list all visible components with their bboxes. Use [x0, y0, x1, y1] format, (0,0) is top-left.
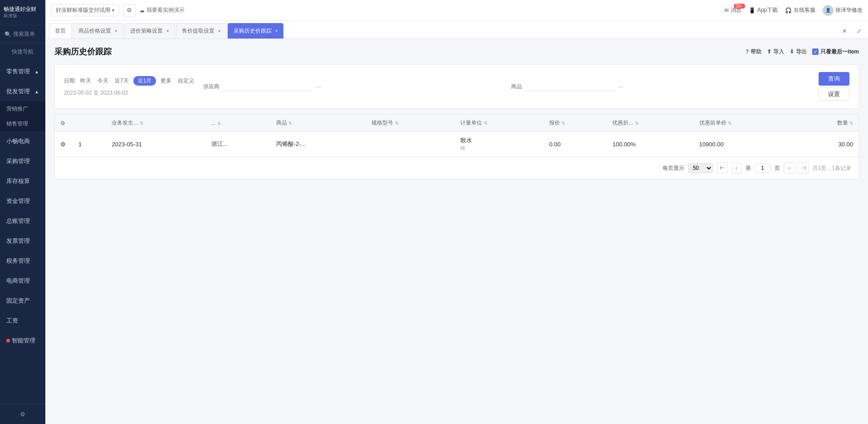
- tab-price-extract-close[interactable]: ×: [218, 29, 221, 34]
- row-gear[interactable]: ⚙: [55, 132, 73, 157]
- sidebar-item-smart[interactable]: 智能管理: [0, 331, 45, 351]
- topbar-left: 好业财标准版交付试用 ▾ ⚙ ☁ 我要看实例演示: [51, 4, 720, 17]
- topbar: 好业财标准版交付试用 ▾ ⚙ ☁ 我要看实例演示 ✉ 消息 99+ 📱 App下…: [45, 0, 868, 21]
- help-icon: ?: [746, 48, 749, 55]
- app-download-btn[interactable]: 📱 App下载: [749, 6, 778, 14]
- sidebar-item-sales[interactable]: 销售管理: [0, 116, 45, 131]
- help-btn[interactable]: ? 帮助: [746, 48, 761, 56]
- sidebar-item-finance[interactable]: 资金管理: [0, 191, 45, 211]
- sidebar-item-purchase[interactable]: 采购管理: [0, 151, 45, 171]
- pagination: 每页显示 10 20 50 100 ⊢ ‹ 第 页 › ⊣ 共1页，1条记录: [55, 157, 858, 179]
- chevron-down-icon: ▾: [112, 8, 114, 13]
- th-quote: 报价 ⇅: [544, 115, 607, 132]
- app-name: 畅捷通好业财: [4, 6, 36, 13]
- date-filter-row: 日期 昨天 今天 近7天 近1月 更多 自定义: [64, 76, 196, 86]
- sidebar-item-wholesale[interactable]: 批发管理 ▲: [0, 82, 45, 101]
- date-custom[interactable]: 自定义: [176, 76, 196, 86]
- date-more[interactable]: 更多: [159, 76, 173, 86]
- gear-icon: ⚙: [20, 411, 25, 418]
- settings-button[interactable]: 设置: [819, 87, 849, 101]
- page-input[interactable]: [755, 164, 771, 173]
- tab-price-setting-close[interactable]: ×: [115, 29, 117, 34]
- next-page-btn[interactable]: ›: [784, 163, 795, 173]
- sidebar-logo: 畅捷通好业财 标准版: [0, 0, 45, 25]
- query-button[interactable]: 查询: [819, 72, 849, 86]
- prev-page-btn[interactable]: ‹: [731, 163, 742, 173]
- sidebar-quick-nav[interactable]: 快捷导航: [0, 43, 45, 60]
- expand-tab-action[interactable]: ⤢: [853, 26, 864, 37]
- sidebar-item-ecommerce-small[interactable]: 小畅电商: [0, 131, 45, 151]
- sidebar-item-fixed-assets[interactable]: 固定资产: [0, 291, 45, 311]
- tab-purchase-strategy[interactable]: 进价策略设置 ×: [124, 23, 175, 39]
- table-header: ⚙ 业务发生... ⇅ ... ⇅ 商品 ⇅: [55, 115, 858, 132]
- last-page-btn[interactable]: ⊣: [798, 163, 809, 173]
- sort-quote[interactable]: ⇅: [561, 120, 565, 125]
- sort-discount[interactable]: ⇅: [635, 120, 639, 125]
- messages-btn[interactable]: ✉ 消息 99+: [724, 6, 741, 14]
- user-menu-btn[interactable]: 👤 徐泽华修改: [823, 5, 863, 16]
- avatar: 👤: [823, 5, 834, 16]
- version-selector[interactable]: 好业财标准版交付试用 ▾: [51, 4, 119, 16]
- sidebar-item-invoice[interactable]: 发票管理: [0, 231, 45, 251]
- tab-purchase-strategy-close[interactable]: ×: [166, 29, 169, 34]
- tab-purchase-history-close[interactable]: ×: [275, 29, 278, 34]
- sort-biz-date[interactable]: ⇅: [140, 120, 143, 125]
- page-header: 采购历史价跟踪 ? 帮助 ⬆ 导入 ⬇ 导出 只看最后一item: [54, 46, 859, 57]
- close-tab-action[interactable]: ×: [839, 26, 850, 37]
- sort-pre-discount[interactable]: ⇅: [728, 120, 731, 125]
- settings-btn[interactable]: ⚙: [123, 4, 136, 17]
- table-row: ⚙ 1 2023-05-31 浙江... 丙烯酸-2-... 散水吨 0.00 …: [55, 132, 858, 157]
- export-btn[interactable]: ⬇ 导出: [790, 48, 807, 56]
- tab-price-setting[interactable]: 商品价格设置 ×: [73, 23, 123, 39]
- supplier-input[interactable]: [222, 82, 313, 91]
- per-page-select[interactable]: 10 20 50 100: [688, 163, 713, 173]
- sort-unit[interactable]: ⇅: [484, 120, 488, 125]
- sidebar: 畅捷通好业财 标准版 🔍 搜索菜单 快捷导航 零售管理 ▲ 批发管理 ▲ 营销推…: [0, 0, 45, 424]
- sidebar-item-inventory[interactable]: 库存核算: [0, 171, 45, 191]
- demo-button[interactable]: ☁ 我要看实例演示: [139, 6, 185, 14]
- sidebar-item-ecommerce[interactable]: 电商管理: [0, 271, 45, 291]
- sidebar-item-salary[interactable]: 工资: [0, 311, 45, 331]
- th-no: [73, 115, 106, 132]
- wholesale-arrow: ▲: [34, 89, 39, 94]
- date-today[interactable]: 今天: [96, 76, 110, 86]
- tab-home[interactable]: 首页: [49, 23, 72, 39]
- tab-price-extract[interactable]: 售价提取设置 ×: [176, 23, 227, 39]
- sort-dots[interactable]: ⇅: [217, 121, 221, 126]
- table-body: ⚙ 1 2023-05-31 浙江... 丙烯酸-2-... 散水吨 0.00 …: [55, 132, 858, 157]
- row-quote: 0.00: [544, 132, 607, 157]
- date-last1month[interactable]: 近1月: [133, 76, 156, 86]
- sort-spec[interactable]: ⇅: [395, 120, 399, 125]
- sidebar-gear-btn[interactable]: ⚙: [0, 404, 45, 424]
- filter-row: 日期 昨天 今天 近7天 近1月 更多 自定义 2023-05-02 至 202…: [64, 72, 849, 101]
- supplier-dots-btn[interactable]: ···: [316, 83, 321, 90]
- tabbar: 首页 商品价格设置 × 进价策略设置 × 售价提取设置 × 采购历史价跟踪 × …: [45, 21, 868, 39]
- sidebar-menu: 零售管理 ▲ 批发管理 ▲ 营销推广 销售管理 小畅电商 采购管理 库存核算 资…: [0, 60, 45, 352]
- only-last-toggle[interactable]: 只看最后一item: [812, 48, 859, 56]
- th-discount: 优惠折... ⇅: [607, 115, 693, 132]
- sidebar-item-marketing[interactable]: 营销推广: [0, 101, 45, 116]
- sidebar-search[interactable]: 🔍 搜索菜单: [0, 25, 45, 43]
- tab-purchase-history[interactable]: 采购历史价跟踪 ×: [228, 23, 284, 39]
- product-dots-btn[interactable]: ···: [618, 83, 624, 90]
- main-area: 好业财标准版交付试用 ▾ ⚙ ☁ 我要看实例演示 ✉ 消息 99+ 📱 App下…: [45, 0, 868, 424]
- sort-product[interactable]: ⇅: [288, 120, 292, 125]
- sidebar-item-tax[interactable]: 税务管理: [0, 251, 45, 271]
- date-last7days[interactable]: 近7天: [113, 76, 131, 86]
- online-service-btn[interactable]: 🎧 在线客服: [785, 6, 815, 14]
- cloud-icon: ☁: [139, 7, 145, 14]
- filter-panel: 日期 昨天 今天 近7天 近1月 更多 自定义 2023-05-02 至 202…: [54, 64, 859, 109]
- product-input[interactable]: [525, 82, 615, 91]
- sidebar-item-retail[interactable]: 零售管理 ▲: [0, 62, 45, 82]
- messages-badge: 99+: [734, 4, 745, 9]
- tab-price-extract-label: 售价提取设置: [182, 27, 215, 35]
- data-table-card: ⚙ 业务发生... ⇅ ... ⇅ 商品 ⇅: [54, 114, 859, 179]
- table-header-row: ⚙ 业务发生... ⇅ ... ⇅ 商品 ⇅: [55, 115, 858, 132]
- date-yesterday[interactable]: 昨天: [78, 76, 93, 86]
- sidebar-item-general-ledger[interactable]: 总账管理: [0, 211, 45, 231]
- sort-quantity[interactable]: ⇅: [849, 120, 853, 125]
- product-label: 商品: [511, 83, 522, 91]
- first-page-btn[interactable]: ⊢: [717, 163, 727, 173]
- gear-icon[interactable]: ⚙: [60, 120, 65, 126]
- import-btn[interactable]: ⬆ 导入: [767, 48, 784, 56]
